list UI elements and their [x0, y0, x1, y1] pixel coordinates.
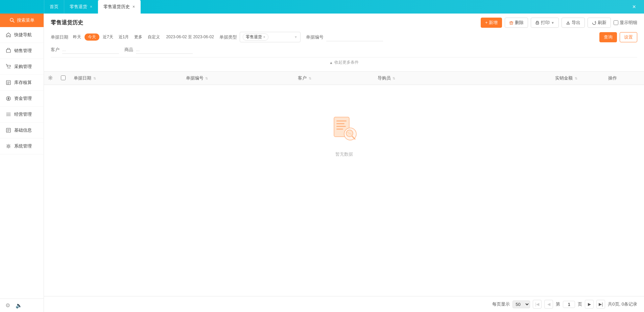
operation-icon: [5, 111, 11, 117]
search-icon: [9, 18, 15, 23]
collapse-up-icon: ▲: [329, 61, 333, 65]
delete-icon: [509, 21, 514, 25]
date-7days[interactable]: 近7天: [101, 34, 115, 41]
sidebar-item-sales[interactable]: 销售管理: [0, 43, 44, 59]
svg-rect-14: [336, 120, 347, 121]
print-dropdown-icon: ▼: [551, 21, 554, 25]
refresh-button[interactable]: 刷新: [588, 18, 611, 28]
table-settings-icon: [48, 75, 53, 80]
sidebar-item-quick-nav[interactable]: 快捷导航: [0, 27, 44, 43]
date-custom[interactable]: 自定义: [146, 34, 162, 41]
date-shortcuts: 昨天 今天 近7天 近1月 更多 自定义: [71, 34, 162, 41]
page-size-select[interactable]: 50 20 100: [512, 300, 530, 308]
page-next-button[interactable]: ▶: [585, 300, 594, 309]
empty-state: 暂无数据: [44, 85, 644, 184]
goods-input[interactable]: [136, 46, 193, 54]
page-text: 第: [556, 301, 560, 307]
show-detail-check[interactable]: [614, 20, 618, 25]
export-button[interactable]: 导出: [562, 18, 585, 28]
tab-home[interactable]: 首页: [44, 0, 64, 14]
add-button[interactable]: + 新增: [481, 18, 502, 28]
customer-input[interactable]: [62, 46, 119, 54]
svg-point-12: [50, 77, 51, 78]
table-container: 单据日期 ⇅ 单据编号 ⇅ 客户 ⇅ 导购员 ⇅: [44, 72, 644, 296]
sidebar-item-basic-info[interactable]: 基础信息: [0, 122, 44, 138]
voucher-type-dropdown: ▼: [294, 35, 297, 39]
date-1month[interactable]: 近1月: [117, 34, 131, 41]
table-settings-col[interactable]: [44, 72, 57, 85]
filter-area: 单据日期 昨天 今天 近7天 近1月 更多 自定义 2023-06-02 至 2…: [51, 32, 637, 71]
page-size-label: 每页显示: [492, 301, 510, 307]
print-button[interactable]: 打印 ▼: [531, 18, 559, 28]
col-action: 操作: [581, 72, 644, 85]
table-checkbox-header[interactable]: [57, 72, 70, 85]
col-amount[interactable]: 实销金额 ⇅: [469, 72, 581, 85]
sidebar-item-inventory[interactable]: 库存核算: [0, 75, 44, 91]
sidebar-search[interactable]: 搜索菜单: [0, 14, 44, 27]
col-date[interactable]: 单据日期 ⇅: [70, 72, 182, 85]
show-detail-checkbox[interactable]: 显示明细: [614, 20, 637, 26]
voucher-type-select[interactable]: 零售退货 × ▼: [240, 32, 301, 42]
system-icon: [5, 143, 11, 149]
finance-icon: [5, 95, 11, 102]
sidebar-item-operation[interactable]: 经营管理: [0, 107, 44, 122]
col-no[interactable]: 单据编号 ⇅: [182, 72, 294, 85]
svg-rect-17: [336, 129, 343, 130]
sidebar-item-finance[interactable]: 资金管理: [0, 91, 44, 107]
page-label: 页: [578, 301, 582, 307]
tab-close-retail-return[interactable]: ×: [90, 4, 92, 9]
settings-icon[interactable]: ⚙: [5, 302, 10, 309]
page-title: 零售退货历史: [51, 19, 83, 26]
content-area: 零售退货历史 + 新增 删除 打印 ▼: [44, 14, 644, 312]
col-customer[interactable]: 客户 ⇅: [294, 72, 373, 85]
svg-point-4: [9, 68, 10, 69]
sales-icon: [5, 48, 11, 54]
svg-line-1: [13, 21, 14, 22]
tab-retail-return[interactable]: 零售退货 ×: [64, 0, 98, 14]
voucher-type-tag: 零售退货 ×: [243, 34, 268, 41]
page-header: 零售退货历史 + 新增 删除 打印 ▼: [44, 14, 644, 72]
top-bar-right: ×: [629, 3, 644, 10]
select-all-checkbox[interactable]: [61, 75, 66, 80]
sort-guide-icon: ⇅: [392, 76, 395, 80]
voucher-no-input[interactable]: [326, 33, 383, 41]
refresh-icon: [592, 21, 596, 25]
date-yesterday[interactable]: 昨天: [71, 34, 83, 41]
voucher-type-tag-close[interactable]: ×: [263, 35, 265, 39]
total-label: 共0页, 0条记录: [608, 301, 637, 307]
page-first-button[interactable]: |◀: [533, 300, 542, 309]
audio-icon[interactable]: 🔈: [16, 302, 22, 309]
window-close-button[interactable]: ×: [629, 3, 639, 10]
inventory-icon: [5, 80, 11, 86]
page-prev-button[interactable]: ◀: [544, 300, 553, 309]
filter-actions: 查询 设置: [599, 32, 637, 42]
svg-rect-15: [336, 123, 344, 124]
svg-point-3: [8, 68, 8, 69]
date-filter: 单据日期 昨天 今天 近7天 近1月 更多 自定义 2023-06-02 至 2…: [51, 34, 214, 41]
info-icon: [5, 127, 11, 133]
top-bar: 首页 零售退货 × 零售退货历史 × ×: [0, 0, 644, 14]
date-more[interactable]: 更多: [132, 34, 144, 41]
svg-rect-10: [536, 22, 539, 24]
sort-date-icon: ⇅: [93, 76, 96, 80]
purchase-icon: [5, 64, 11, 70]
page-number-input[interactable]: [563, 301, 575, 308]
collapse-bar[interactable]: ▲ 收起更多条件: [51, 57, 637, 67]
pagination-bar: 每页显示 50 20 100 |◀ ◀ 第 页 ▶ ▶| 共0页, 0条记录: [44, 296, 644, 312]
tab-close-history[interactable]: ×: [133, 4, 135, 9]
data-table: 单据日期 ⇅ 单据编号 ⇅ 客户 ⇅ 导购员 ⇅: [44, 72, 644, 85]
svg-point-8: [8, 146, 9, 147]
empty-icon: [327, 112, 361, 146]
tab-retail-return-history[interactable]: 零售退货历史 ×: [98, 0, 141, 14]
home-icon: [5, 32, 11, 38]
sidebar-item-system[interactable]: 系统管理: [0, 138, 44, 154]
sidebar-item-purchase[interactable]: 采购管理: [0, 59, 44, 75]
setting-button[interactable]: 设置: [620, 32, 637, 42]
delete-button[interactable]: 删除: [505, 18, 528, 28]
query-button[interactable]: 查询: [599, 32, 617, 42]
voucher-no-filter: 单据编号: [306, 33, 383, 41]
date-today[interactable]: 今天: [85, 34, 99, 41]
col-guide[interactable]: 导购员 ⇅: [374, 72, 470, 85]
page-last-button[interactable]: ▶|: [596, 300, 605, 309]
sidebar-bottom: ⚙ 🔈: [0, 298, 44, 312]
